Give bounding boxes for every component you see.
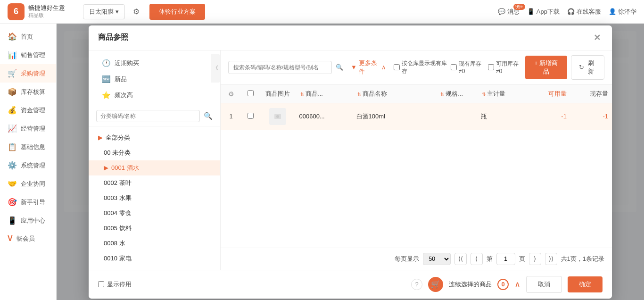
messages-btn[interactable]: 💬 消息 99+: [498, 8, 520, 16]
cart-area: ? 🛒 连续选择的商品 0 ∧: [411, 277, 520, 292]
app-download-btn[interactable]: 📱 App下载: [527, 8, 560, 16]
category-0005[interactable]: 0005 饮料: [89, 221, 220, 236]
sidebar-item-vip[interactable]: V 畅会员: [0, 230, 56, 248]
prev-page-button[interactable]: ⟨: [471, 253, 483, 265]
more-filter-button[interactable]: ▼ 更多条件 ∧: [347, 57, 390, 78]
page-number-input[interactable]: [496, 253, 515, 265]
sidebar-item-sales[interactable]: 📊 销售管理: [0, 46, 56, 64]
guide-icon: 🎯: [8, 198, 17, 207]
sales-icon: 📊: [8, 50, 17, 59]
sort-spec-icon: ⇅: [440, 92, 444, 97]
sidebar-item-apps[interactable]: 📱 应用中心: [0, 211, 56, 230]
page-label: 第: [487, 255, 493, 263]
settings-icon[interactable]: ⚙: [129, 4, 144, 19]
cell-image: [260, 103, 296, 130]
cell-spec: [436, 103, 477, 130]
pagination-bar: 每页显示 50 10 20 100 ⟨⟨ ⟨ 第 页: [221, 248, 612, 270]
dialog-left-panel: 🕐 近期购买 🆕 新品 ⭐ 频次高: [89, 50, 221, 270]
arrow-0001-icon: ▶: [104, 164, 108, 171]
th-code[interactable]: ⇅ 商品...: [296, 85, 353, 103]
new-icon: 🆕: [102, 75, 111, 83]
sidebar-item-guide[interactable]: 🎯 新手引导: [0, 193, 56, 211]
refresh-icon: ↻: [579, 64, 584, 71]
th-unit[interactable]: ⇅ 主计量: [477, 85, 519, 103]
product-image: [269, 108, 286, 125]
next-page-button[interactable]: ⟩: [529, 253, 541, 265]
sidebar-item-finance[interactable]: 💰 资金管理: [0, 101, 56, 119]
table-settings-icon[interactable]: ⚙: [228, 90, 234, 98]
table-row[interactable]: 1: [221, 103, 612, 130]
nonzero-stock-checkbox[interactable]: 现有库存≠0: [451, 60, 484, 75]
nonzero-avail-checkbox[interactable]: 可用库存≠0: [488, 60, 521, 75]
category-list: ▶ 全部分类 00 未分类 ▶ 0001 酒水 0002 茶: [89, 126, 220, 270]
new-product-tab[interactable]: 🆕 新品: [96, 72, 203, 86]
th-name[interactable]: ⇅ 商品名称: [353, 85, 436, 103]
left-sidebar: 🏠 首页 📊 销售管理 🛒 采购管理 📦 库存核算 💰 资金管理 📈 经营管理 …: [0, 24, 57, 300]
help-icon[interactable]: ?: [411, 279, 422, 290]
show-disabled-checkbox[interactable]: 显示停用: [98, 280, 132, 289]
th-checkbox: [241, 85, 260, 103]
sidebar-item-system[interactable]: ⚙️ 系统管理: [0, 156, 56, 175]
th-spec[interactable]: ⇅ 规格...: [436, 85, 477, 103]
inventory-icon: 📦: [8, 87, 17, 96]
refresh-button[interactable]: ↻ 刷新: [571, 55, 604, 80]
cart-button[interactable]: 🛒: [428, 277, 443, 292]
collapse-cart-icon[interactable]: ∧: [514, 279, 520, 290]
search-product-icon[interactable]: 🔍: [336, 64, 343, 71]
confirm-button[interactable]: 确定: [568, 276, 603, 292]
category-0010[interactable]: 0010 家电: [89, 251, 220, 266]
category-search-input[interactable]: [96, 110, 200, 122]
first-page-button[interactable]: ⟨⟨: [454, 253, 467, 265]
cell-stock: -1: [570, 103, 612, 130]
content-area: 商品参照 ✕ 🕐 近期购买: [57, 24, 644, 300]
recent-icon: 🕐: [102, 59, 111, 67]
vip-icon: V: [8, 234, 13, 243]
logo-icon: 6: [8, 3, 25, 20]
th-settings[interactable]: ⚙: [221, 85, 241, 103]
category-0001[interactable]: ▶ 0001 酒水: [89, 160, 220, 175]
category-0008[interactable]: 0008 水: [89, 236, 220, 251]
last-page-button[interactable]: ⟩⟩: [545, 253, 557, 265]
sidebar-item-inventory[interactable]: 📦 库存核算: [0, 83, 56, 101]
cell-name: 白酒100ml: [353, 103, 436, 130]
dialog-close-button[interactable]: ✕: [591, 32, 603, 43]
th-image: 商品图片: [260, 85, 296, 103]
sidebar-item-home[interactable]: 🏠 首页: [0, 27, 56, 46]
try-industry-button[interactable]: 体验行业方案: [149, 4, 205, 20]
nav-selector[interactable]: 日太阳膜 ▾: [83, 4, 125, 19]
sidebar-item-purchase[interactable]: 🛒 采购管理: [0, 64, 56, 83]
collapse-left-button[interactable]: 《: [211, 54, 220, 83]
main-layout: 🏠 首页 📊 销售管理 🛒 采购管理 📦 库存核算 💰 资金管理 📈 经营管理 …: [0, 24, 644, 300]
arrow-all-icon: ▶: [98, 134, 103, 141]
category-0002[interactable]: 0002 茶叶: [89, 175, 220, 191]
page-size-select[interactable]: 50 10 20 100: [423, 253, 451, 265]
top-right-area: 💬 消息 99+ 📱 App下载 🎧 在线客服 👤 徐泽华: [498, 8, 636, 16]
sidebar-item-basic-info[interactable]: 📋 基础信息: [0, 138, 56, 156]
category-all[interactable]: ▶ 全部分类: [89, 130, 220, 145]
category-0004[interactable]: 0004 零食: [89, 206, 220, 221]
category-00[interactable]: 00 未分类: [89, 145, 220, 160]
category-0003[interactable]: 0003 水果: [89, 191, 220, 206]
total-info: 共1页，1条记录: [561, 255, 604, 263]
cancel-button[interactable]: 取消: [526, 276, 562, 293]
dialog-footer: 显示停用 ? 🛒 连续选择的商品 0 ∧ 取消 确定: [89, 270, 612, 299]
show-stock-checkbox[interactable]: 按仓库显示现有库存: [394, 59, 447, 75]
frequent-tab[interactable]: ⭐ 频次高: [96, 88, 203, 102]
basic-info-icon: 📋: [8, 142, 17, 151]
user-avatar[interactable]: 👤 徐泽华: [609, 8, 636, 16]
select-all-checkbox[interactable]: [248, 90, 254, 96]
sidebar-item-operations[interactable]: 📈 经营管理: [0, 119, 56, 138]
sort-code-icon: ⇅: [300, 92, 304, 97]
recent-purchase-tab[interactable]: 🕐 近期购买: [96, 56, 203, 70]
dialog-right-panel: 🔍 ▼ 更多条件 ∧ 按仓库显示现有库存: [221, 50, 612, 270]
online-service-btn[interactable]: 🎧 在线客服: [567, 8, 601, 16]
product-search-input[interactable]: [228, 61, 332, 74]
finance-icon: 💰: [8, 106, 17, 115]
sidebar-item-enterprise[interactable]: 🤝 企业协同: [0, 175, 56, 193]
add-product-button[interactable]: + 新增商品: [525, 56, 567, 79]
cell-checkbox[interactable]: [241, 103, 260, 130]
home-icon: 🏠: [8, 32, 17, 41]
sort-unit-icon: ⇅: [482, 92, 486, 97]
category-search-icon[interactable]: 🔍: [204, 112, 213, 120]
row-checkbox[interactable]: [248, 113, 254, 119]
